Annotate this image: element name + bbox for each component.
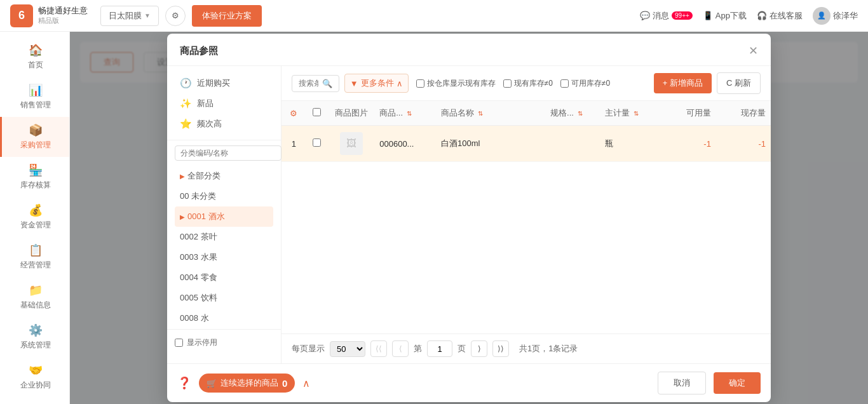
sidebar-item-home[interactable]: 🏠 首页 (0, 37, 69, 77)
show-disabled-checkbox[interactable] (175, 339, 183, 347)
sort-code-icon[interactable]: ⇅ (407, 110, 412, 117)
last-page-button[interactable]: ⟩⟩ (492, 340, 509, 357)
modal-body: 🕐 近期购买 ✨ 新品 ⭐ 频次高 (167, 66, 771, 363)
username-label: 徐泽华 (833, 10, 858, 22)
confirm-button[interactable]: 确定 (714, 372, 761, 394)
filter-new[interactable]: ✨ 新品 (175, 94, 273, 113)
category-search-input[interactable] (175, 145, 281, 161)
page-number-input[interactable] (427, 340, 452, 357)
headset-icon: 🎧 (757, 11, 767, 20)
warehouse-filter[interactable]: 按仓库显示现有库存 (416, 78, 496, 89)
sidebar-item-finance[interactable]: 💰 资金管理 (0, 197, 69, 237)
col-name-label: 商品名称 (441, 108, 474, 118)
col-header-img: 商品图片 (328, 101, 374, 126)
logo-icon: 6 (10, 4, 33, 27)
category-uncategorized[interactable]: 00 未分类 (175, 186, 273, 206)
modal-footer: ❓ 🛒 连续选择的商品 0 ∧ 取消 确定 (167, 363, 771, 402)
sort-spec-icon[interactable]: ⇅ (578, 110, 583, 117)
stock-nonzero-filter[interactable]: 现有库存≠0 (503, 78, 553, 89)
cart-icon: 🛒 (207, 379, 217, 388)
category-drink-label: 0005 饮料 (180, 292, 217, 304)
category-fruit[interactable]: 0003 水果 (175, 247, 273, 267)
cart-button[interactable]: 🛒 连续选择的商品 0 (199, 374, 295, 393)
refresh-button[interactable]: C 刷新 (717, 72, 761, 94)
avail-nonzero-checkbox[interactable] (560, 79, 569, 88)
cart-count: 0 (282, 378, 287, 389)
row-img: 🖼 (328, 126, 374, 162)
category-liquor[interactable]: ▶ 0001 酒水 (175, 206, 273, 227)
pagination: 每页显示 50 100 ⟨⟨ ⟨ 第 页 ⟩ ⟩⟩ (281, 333, 771, 363)
category-water[interactable]: 0008 水 (175, 308, 273, 328)
filter-frequent[interactable]: ⭐ 频次高 (175, 114, 273, 133)
modal-close-button[interactable]: ✕ (749, 44, 758, 58)
sort-name-icon[interactable]: ⇅ (478, 110, 483, 117)
row-check[interactable] (306, 126, 328, 162)
sidebar-item-basic[interactable]: 📁 基础信息 (0, 277, 69, 317)
product-table-wrapper: ⚙ 商品图片 商品... ⇅ (281, 101, 771, 333)
warehouse-checkbox[interactable] (416, 79, 424, 88)
row-name: 白酒100ml (436, 126, 545, 162)
product-toolbar: 🔍 ▼ 更多条件 ∧ 按仓库显示现有库存 (281, 66, 771, 101)
sidebar-item-collab[interactable]: 🤝 企业协同 (0, 357, 69, 397)
cancel-button[interactable]: 取消 (658, 372, 706, 394)
category-snack[interactable]: 0004 零食 (175, 267, 273, 288)
per-page-select[interactable]: 50 100 (330, 341, 365, 357)
message-icon: 💬 (640, 11, 650, 20)
next-page-button[interactable]: ⟩ (471, 340, 487, 357)
col-header-spec: 规格... ⇅ (545, 101, 600, 126)
col-code-label: 商品... (379, 108, 403, 118)
avail-nonzero-filter[interactable]: 可用库存≠0 (560, 78, 610, 89)
right-panel: 🔍 ▼ 更多条件 ∧ 按仓库显示现有库存 (281, 66, 771, 363)
prev-page-button[interactable]: ⟨ (392, 340, 409, 357)
settings-icon: ⚙ (290, 109, 297, 118)
sidebar-item-purchase[interactable]: 📦 采购管理 (0, 117, 69, 157)
nav-actions: 💬 消息 99+ 📱 App下载 🎧 在线客服 👤 徐泽华 (640, 7, 858, 25)
col-header-avail: 可用量 (654, 101, 716, 126)
collab-icon: 🤝 (29, 363, 43, 377)
sidebar-item-inventory[interactable]: 🏪 库存核算 (0, 157, 69, 197)
first-page-button[interactable]: ⟨⟨ (370, 340, 387, 357)
filter-recent[interactable]: 🕐 近期购买 (175, 74, 273, 93)
row-unit: 瓶 (600, 126, 654, 162)
product-search-icon[interactable]: 🔍 (322, 79, 332, 88)
col-header-unit: 主计量 ⇅ (600, 101, 654, 126)
nav-online-service[interactable]: 🎧 在线客服 (757, 10, 803, 22)
collapse-cart-icon[interactable]: ∧ (302, 377, 310, 389)
stock-nonzero-label: 现有库存≠0 (514, 78, 553, 89)
nav-user[interactable]: 👤 徐泽华 (813, 7, 858, 25)
sort-unit-icon[interactable]: ⇅ (634, 110, 639, 117)
trial-button[interactable]: 体验行业方案 (192, 5, 262, 27)
new-icon: ✨ (180, 98, 192, 109)
category-all-label: 全部分类 (187, 170, 220, 182)
finance-icon: 💰 (29, 203, 43, 217)
nav-app-download[interactable]: 📱 App下载 (703, 10, 747, 22)
row-checkbox[interactable] (313, 138, 321, 147)
category-all[interactable]: ▶ 全部分类 (175, 166, 273, 186)
page-unit: 页 (458, 343, 466, 354)
help-icon[interactable]: ❓ (177, 376, 191, 390)
sidebar-label-basic: 基础信息 (20, 300, 51, 311)
select-all-checkbox[interactable] (313, 108, 321, 116)
add-product-button[interactable]: + 新增商品 (654, 73, 712, 93)
row-spec (545, 126, 600, 162)
stock-nonzero-checkbox[interactable] (503, 79, 512, 88)
cart-label: 连续选择的商品 (220, 377, 278, 389)
category-tea[interactable]: 0002 茶叶 (175, 227, 273, 247)
col-header-settings[interactable]: ⚙ (281, 101, 306, 126)
sidebar-item-sales[interactable]: 📊 销售管理 (0, 77, 69, 117)
settings-button[interactable]: ⚙ (165, 6, 186, 26)
nav-message[interactable]: 💬 消息 99+ (640, 10, 693, 22)
sidebar-item-system[interactable]: ⚙️ 系统管理 (0, 317, 69, 357)
branch-dropdown[interactable]: 日太阳膜 ▼ (100, 6, 159, 26)
more-filter-button[interactable]: ▼ 更多条件 ∧ (344, 74, 409, 93)
sidebar-label-collab: 企业协同 (20, 380, 51, 391)
category-drink[interactable]: 0005 饮料 (175, 288, 273, 308)
branch-label: 日太阳膜 (109, 10, 142, 22)
system-icon: ⚙️ (29, 323, 43, 337)
product-search-input[interactable] (299, 79, 318, 88)
sidebar-item-guide[interactable]: 🎯 新手引导 (0, 397, 69, 404)
product-reference-modal: 商品参照 ✕ 🕐 近期购买 ✨ 新 (167, 34, 771, 402)
table-row[interactable]: 1 🖼 (281, 126, 771, 162)
sidebar-item-business[interactable]: 📋 经营管理 (0, 237, 69, 277)
show-disabled-label: 显示停用 (187, 337, 217, 348)
